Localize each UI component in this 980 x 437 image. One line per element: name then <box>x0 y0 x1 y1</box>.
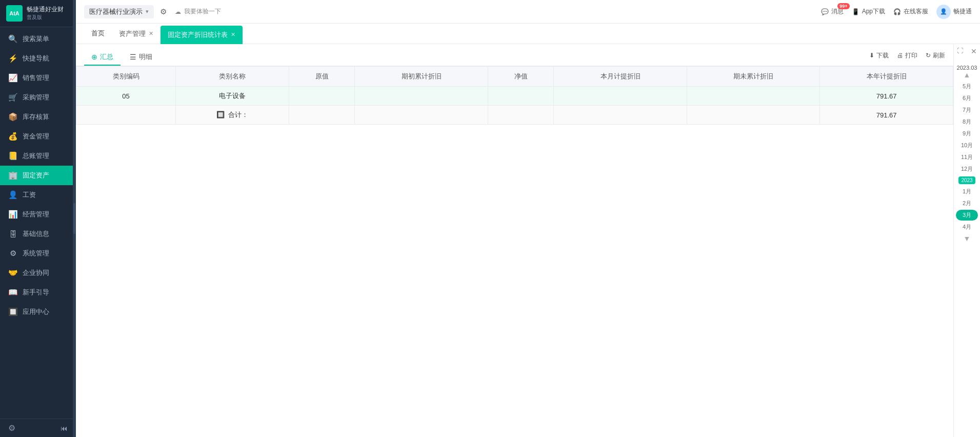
customer-service-btn[interactable]: 🎧 在线客服 <box>893 7 928 16</box>
user-btn[interactable]: 👤 畅捷通 <box>936 5 972 19</box>
col-net-value: 净值 <box>488 67 554 87</box>
company-chevron-icon: ▾ <box>146 8 149 15</box>
collapse-icon[interactable]: ⏮ <box>61 424 68 432</box>
panel-month-8月[interactable]: 8月 <box>956 116 978 127</box>
sidebar-item-总账管理[interactable]: 📒总账管理 <box>0 146 76 166</box>
sidebar-icon-0: 🔍 <box>8 34 17 44</box>
panel-expand-icon[interactable]: ⛶ <box>957 47 963 54</box>
refresh-label: 刷新 <box>933 51 945 60</box>
topbar: 医疗器械行业演示 ▾ ⚙ ☁ 我要体验一下 💬 消息 99+ 📱 App下载 🎧… <box>76 0 980 24</box>
app-download-label: App下载 <box>862 7 885 16</box>
sidebar-label-1: 快捷导航 <box>23 54 49 63</box>
panel-month-4月[interactable]: 4月 <box>956 222 978 232</box>
tab-asset-label: 资产管理 <box>119 29 146 38</box>
total-annual: 791.67 <box>820 106 953 125</box>
total-net <box>488 106 554 125</box>
sidebar-bottom: ⚙ ⏮ <box>0 419 76 437</box>
subtab-bar: ⊕ 汇总 ☰ 明细 ⬇ 下载 🖨 打印 <box>76 44 953 66</box>
panel-month-7月[interactable]: 7月 <box>956 105 978 115</box>
sidebar-item-工资[interactable]: 👤工资 <box>0 185 76 205</box>
cell-code: 05 <box>76 87 176 106</box>
sidebar-item-新手引导[interactable]: 📖新手引导 <box>0 283 76 302</box>
sidebar-item-销售管理[interactable]: 📈销售管理 <box>0 68 76 88</box>
sidebar-item-固定资产[interactable]: 🏢固定资产 <box>0 166 76 185</box>
depreciation-table: 类别编码 类别名称 原值 期初累计折旧 净值 本月计提折旧 期未累计折旧 本年计… <box>76 66 953 125</box>
sidebar-item-系统管理[interactable]: ⚙系统管理 <box>0 244 76 263</box>
col-period-end: 期未累计折旧 <box>687 67 820 87</box>
panel-months-after: 1月2月3月4月 <box>954 186 980 232</box>
panel-scroll-up-icon[interactable]: ▲ <box>964 71 971 79</box>
sidebar-icon-13: 📖 <box>8 288 17 297</box>
col-name: 类别名称 <box>176 67 289 87</box>
avatar: 👤 <box>936 5 951 19</box>
col-period-start: 期初累计折旧 <box>355 67 488 87</box>
tab-home-label: 首页 <box>91 29 105 38</box>
download-btn[interactable]: ⬇ 下载 <box>869 51 889 60</box>
sidebar-icon-11: ⚙ <box>8 249 17 258</box>
panel-year-badge[interactable]: 2023 <box>958 176 975 184</box>
total-icon: 🔲 <box>216 111 225 118</box>
sidebar-label-9: 经营管理 <box>23 210 49 219</box>
sidebar-item-采购管理[interactable]: 🛒采购管理 <box>0 88 76 107</box>
total-period-start <box>355 106 488 125</box>
sidebar-label-12: 企业协同 <box>23 268 49 277</box>
refresh-btn[interactable]: ↻ 刷新 <box>926 51 945 60</box>
trial-button[interactable]: ☁ 我要体验一下 <box>175 7 221 16</box>
panel-month-9月[interactable]: 9月 <box>956 128 978 139</box>
summary-icon: ⊕ <box>91 53 97 61</box>
tab-asset-close-icon[interactable]: ✕ <box>149 30 153 37</box>
sidebar-item-基础信息[interactable]: 🗄基础信息 <box>0 224 76 244</box>
panel-month-12月[interactable]: 12月 <box>956 164 978 174</box>
panel-month-10月[interactable]: 10月 <box>956 140 978 151</box>
panel-month-5月[interactable]: 5月 <box>956 81 978 92</box>
total-text: 合计： <box>228 111 248 118</box>
print-label: 打印 <box>905 51 917 60</box>
sidebar-item-经营管理[interactable]: 📊经营管理 <box>0 205 76 224</box>
panel-close-icon[interactable]: ✕ <box>971 47 977 55</box>
sidebar-item-资金管理[interactable]: 💰资金管理 <box>0 127 76 146</box>
print-btn[interactable]: 🖨 打印 <box>897 51 917 60</box>
sidebar-label-7: 固定资产 <box>23 171 49 180</box>
panel-month-2月[interactable]: 2月 <box>956 198 978 209</box>
col-annual: 本年计提折旧 <box>820 67 953 87</box>
right-panel: ✕ ⛶ 2023.03 ▲ 5月6月7月8月9月10月11月12月 2023 1… <box>953 44 980 437</box>
sidebar-item-应用中心[interactable]: 🔲应用中心 <box>0 302 76 322</box>
settings-icon[interactable]: ⚙ <box>8 423 15 433</box>
sidebar-item-快捷导航[interactable]: ⚡快捷导航 <box>0 49 76 68</box>
topbar-settings-icon[interactable]: ⚙ <box>160 7 167 16</box>
company-selector[interactable]: 医疗器械行业演示 ▾ <box>84 5 154 18</box>
col-monthly: 本月计提折旧 <box>554 67 687 87</box>
sidebar-item-搜索菜单[interactable]: 🔍搜索菜单 <box>0 29 76 49</box>
sidebar-icon-12: 🤝 <box>8 268 17 277</box>
subtab-summary[interactable]: ⊕ 汇总 <box>84 49 121 66</box>
refresh-icon: ↻ <box>926 52 931 59</box>
sidebar-label-13: 新手引导 <box>23 288 49 297</box>
content-area: ⊕ 汇总 ☰ 明细 ⬇ 下载 🖨 打印 <box>76 44 980 437</box>
panel-month-1月[interactable]: 1月 <box>956 186 978 197</box>
sidebar-label-8: 工资 <box>23 190 36 200</box>
logo-title: 畅捷通好业财 <box>27 6 64 14</box>
panel-month-6月[interactable]: 6月 <box>956 93 978 104</box>
tab-asset-management[interactable]: 资产管理 ✕ <box>112 24 161 44</box>
sidebar-icon-7: 🏢 <box>8 171 17 180</box>
mobile-icon: 📱 <box>852 8 859 15</box>
total-row: 🔲 合计： 791.67 <box>76 106 953 125</box>
subtab-detail[interactable]: ☰ 明细 <box>123 49 159 66</box>
sidebar-icon-8: 👤 <box>8 190 17 200</box>
sidebar-item-库存核算[interactable]: 📦库存核算 <box>0 107 76 127</box>
sidebar-label-3: 采购管理 <box>23 93 49 102</box>
sidebar-icon-9: 📊 <box>8 210 17 219</box>
panel-month-11月[interactable]: 11月 <box>956 152 978 163</box>
message-btn[interactable]: 💬 消息 99+ <box>821 7 844 16</box>
tab-home[interactable]: 首页 <box>84 24 112 44</box>
panel-month-3月[interactable]: 3月 <box>956 210 978 221</box>
sidebar-item-企业协同[interactable]: 🤝企业协同 <box>0 263 76 283</box>
col-original: 原值 <box>289 67 355 87</box>
tab-depreciation-close-icon[interactable]: ✕ <box>231 31 235 38</box>
tabbar: 首页 资产管理 ✕ 固定资产折旧统计表 ✕ <box>76 24 980 44</box>
app-download-btn[interactable]: 📱 App下载 <box>852 7 885 16</box>
download-icon: ⬇ <box>869 52 874 59</box>
panel-scroll-down-icon[interactable]: ▼ <box>964 234 971 243</box>
tab-depreciation-table[interactable]: 固定资产折旧统计表 ✕ <box>161 26 243 44</box>
panel-year-label: 2023.03 <box>957 65 977 71</box>
